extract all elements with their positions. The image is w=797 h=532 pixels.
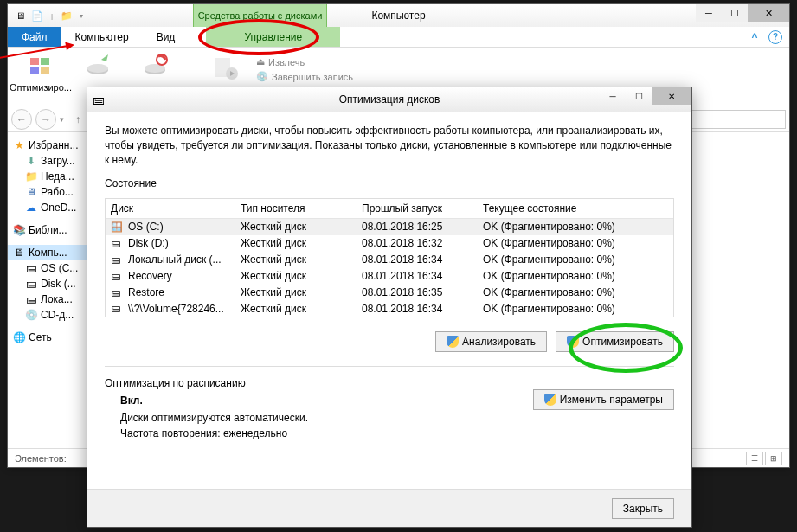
table-row[interactable]: 🖴Disk (D:)Жесткий диск08.01.2018 16:32OK… xyxy=(106,235,673,252)
disk-type: Жесткий диск xyxy=(235,219,357,235)
table-row[interactable]: 🖴\\?\Volume{728246...Жесткий диск08.01.2… xyxy=(106,301,673,317)
back-button[interactable]: ← xyxy=(11,109,32,130)
disk-status: OK (Фрагментировано: 0%) xyxy=(478,285,673,301)
svg-rect-3 xyxy=(41,67,49,74)
optimize-button[interactable]: Оптимизировать xyxy=(556,331,674,352)
col-last[interactable]: Прошлый запуск xyxy=(357,199,478,218)
cleanup-icon xyxy=(84,53,112,80)
table-row[interactable]: 🖴RecoveryЖесткий диск08.01.2018 16:34OK … xyxy=(106,268,673,285)
svg-point-5 xyxy=(87,64,108,73)
dialog-titlebar: 🖴 Оптимизация дисков ─ ☐ ✕ xyxy=(87,87,691,112)
separator xyxy=(105,366,674,367)
minimize-button[interactable]: ─ xyxy=(696,4,722,22)
eject-icon: ⏏ xyxy=(256,56,265,67)
expand-ribbon-icon[interactable]: ^ xyxy=(748,30,762,44)
disk-status: OK (Фрагментировано: 0%) xyxy=(478,268,673,285)
dialog-minimize-button[interactable]: ─ xyxy=(600,87,626,105)
folder-icon[interactable]: 📁 xyxy=(60,9,74,22)
svg-rect-2 xyxy=(30,67,39,74)
cd-icon: 💿 xyxy=(25,309,37,321)
cleanup-button[interactable] xyxy=(72,51,124,84)
disk-last-run: 08.01.2018 16:25 xyxy=(357,219,478,235)
optimize-drives-dialog: 🖴 Оптимизация дисков ─ ☐ ✕ Вы можете опт… xyxy=(87,87,692,528)
svg-rect-0 xyxy=(30,58,39,65)
analyze-button[interactable]: Анализировать xyxy=(435,331,547,352)
col-disk[interactable]: Диск xyxy=(106,199,235,218)
forward-button[interactable]: → xyxy=(35,109,56,130)
disk-last-run: 08.01.2018 16:35 xyxy=(357,285,478,301)
close-button[interactable]: ✕ xyxy=(748,4,789,22)
tab-file[interactable]: Файл xyxy=(8,27,61,47)
disk-last-run: 08.01.2018 16:34 xyxy=(357,268,478,285)
shield-icon xyxy=(567,336,579,348)
disk-name: Disk (D:) xyxy=(128,237,169,249)
col-type[interactable]: Тип носителя xyxy=(235,199,357,218)
tab-manage[interactable]: Управление xyxy=(206,27,340,47)
ribbon-side-group: ⏏Извлечь 💿Завершить запись xyxy=(256,51,353,82)
divider: | xyxy=(48,12,56,20)
table-row[interactable]: 🖴Локальный диск (...Жесткий диск08.01.20… xyxy=(106,252,673,268)
disk-name: Recovery xyxy=(128,270,172,282)
optimize-icon xyxy=(27,53,55,80)
properties-icon[interactable]: 📄 xyxy=(30,9,44,22)
col-status[interactable]: Текущее состояние xyxy=(478,199,673,218)
eject-button[interactable]: ⏏Извлечь xyxy=(256,56,353,67)
tab-view[interactable]: Вид xyxy=(143,27,190,47)
window-controls: ─ ☐ ✕ xyxy=(696,4,789,22)
disk-type: Жесткий диск xyxy=(235,268,357,285)
status-text: Элементов: xyxy=(15,453,67,464)
network-icon: 🌐 xyxy=(13,331,25,343)
sidebar-item-label: Disk (... xyxy=(41,278,76,290)
format-icon xyxy=(141,53,169,80)
schedule-title: Оптимизация по расписанию xyxy=(105,377,674,389)
disk-last-run: 08.01.2018 16:32 xyxy=(357,235,478,252)
schedule-line-freq: Частота повторения: еженедельно xyxy=(120,427,674,439)
drive-icon: 🖴 xyxy=(111,303,125,315)
drive-icon: 🖴 xyxy=(111,254,125,266)
sidebar-item-label: Лока... xyxy=(41,293,73,305)
analyze-label: Анализировать xyxy=(462,336,536,348)
change-settings-button[interactable]: Изменить параметры xyxy=(533,389,674,410)
disk-last-run: 08.01.2018 16:34 xyxy=(357,252,478,268)
disk-name: \\?\Volume{728246... xyxy=(128,303,224,315)
drive-icon: 🪟 xyxy=(111,221,125,234)
eject-label: Извлечь xyxy=(268,57,305,67)
dialog-icon: 🖴 xyxy=(93,93,105,106)
up-button[interactable]: ↑ xyxy=(67,109,88,130)
dialog-close-button[interactable]: ✕ xyxy=(652,87,691,105)
maximize-button[interactable]: ☐ xyxy=(722,4,748,22)
drive-icon: 🖴 xyxy=(111,238,125,250)
dialog-description: Вы можете оптимизировать диски, чтобы по… xyxy=(105,124,674,167)
library-icon: 📚 xyxy=(13,224,25,236)
ribbon-help: ^ ? xyxy=(748,27,782,47)
finish-burn-button[interactable]: 💿Завершить запись xyxy=(256,71,353,82)
window-title: Компьютер xyxy=(371,10,425,22)
optimize-button[interactable]: Оптимизиро... xyxy=(15,51,67,94)
recent-icon: 📁 xyxy=(25,170,37,183)
icons-view-button[interactable]: ⊞ xyxy=(765,452,782,465)
table-header: Диск Тип носителя Прошлый запуск Текущее… xyxy=(106,199,673,219)
disk-last-run: 08.01.2018 16:34 xyxy=(357,301,478,317)
sidebar-item-label: OneD... xyxy=(41,202,76,214)
shield-icon xyxy=(447,336,459,348)
format-button[interactable] xyxy=(129,51,181,84)
dialog-maximize-button[interactable]: ☐ xyxy=(626,87,652,105)
schedule-line-auto: Диски оптимизируются автоматически. xyxy=(120,412,674,424)
autorun-button[interactable] xyxy=(199,51,251,84)
state-label: Состояние xyxy=(105,177,674,189)
table-row[interactable]: 🪟OS (C:)Жесткий диск08.01.2018 16:25OK (… xyxy=(106,219,673,235)
optimize-label: Оптимизировать xyxy=(582,336,663,348)
table-row[interactable]: 🖴RestoreЖесткий диск08.01.2018 16:35OK (… xyxy=(106,285,673,301)
history-dropdown[interactable]: ▾ xyxy=(60,115,64,124)
drive-icon: 🖴 xyxy=(25,278,37,290)
svg-rect-1 xyxy=(41,58,49,65)
disk-name: Локальный диск (... xyxy=(128,253,222,266)
disk-type: Жесткий диск xyxy=(235,285,357,301)
disk-name: OS (C:) xyxy=(128,221,164,233)
qat-dropdown[interactable]: ▾ xyxy=(77,12,86,20)
sidebar-favorites-label: Избранн... xyxy=(29,139,78,151)
computer-icon: 🖥 xyxy=(13,9,27,22)
close-button[interactable]: Закрыть xyxy=(612,498,674,519)
details-view-button[interactable]: ☰ xyxy=(746,452,763,465)
help-icon[interactable]: ? xyxy=(768,30,782,44)
